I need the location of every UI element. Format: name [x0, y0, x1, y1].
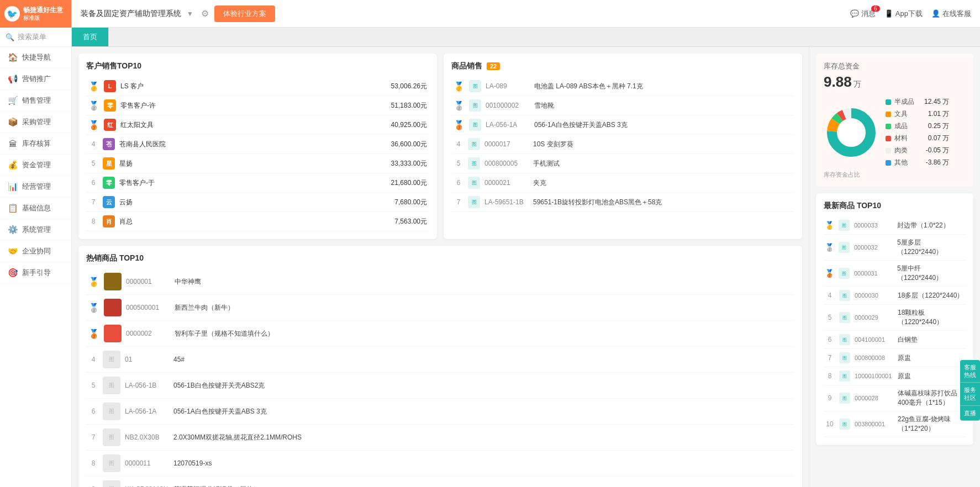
latest-product-item: 5 图 0000029 18颗粒板（1220*2440） — [824, 305, 966, 331]
hot-product-item: 4 图 01 45# — [86, 347, 794, 373]
latest-product-item: 10 图 003800001 22g鱼豆腐-烧烤味（1*12*20） — [824, 411, 966, 437]
latest-products-card: 最新商品 TOP10 🥇 图 0000033 封边带（1.0*22） 🥈 图 0… — [816, 193, 973, 445]
sidebar-item-inventory[interactable]: 🏛 库存核算 — [0, 133, 71, 155]
message-icon: 💬 — [850, 9, 859, 18]
app-logo: 🐦 畅捷通好生意 标准版 — [0, 0, 71, 28]
latest-product-item: 🥇 图 0000033 封边带（1.0*22） — [824, 216, 966, 235]
hot-product-item: 6 图 LA-056-1A 056-1A白色按键开关盖ABS 3克 — [86, 399, 794, 425]
client-top10-title: 客户销售TOP10 — [86, 61, 429, 71]
main-content: 客户销售TOP10 🥇 L LS 客户 53,006.26元 🥈 零 零售客户-… — [72, 47, 809, 487]
operations-icon: 📊 — [8, 182, 18, 192]
latest-product-item: 8 图 10000100001 原盅 — [824, 367, 966, 385]
service-icon: 👤 — [931, 9, 940, 18]
app-download-btn[interactable]: 📱 App下载 — [884, 9, 923, 19]
legend-item: 肉类 -0.05 万 — [886, 146, 949, 155]
sidebar-item-sales[interactable]: 🛒 销售管理 — [0, 90, 71, 112]
latest-product-item: 6 图 004100001 白钢垫 — [824, 331, 966, 349]
messages-btn[interactable]: 💬 消息 6 — [850, 9, 876, 19]
svg-point-5 — [839, 120, 863, 145]
client-list-item: 6 零 零售客户-于 21,680.00元 — [86, 173, 429, 193]
basics-icon: 📋 — [8, 203, 18, 213]
sidebar-item-finance[interactable]: 💰 资金管理 — [0, 155, 71, 176]
legend-item: 文具 1.01 万 — [886, 109, 949, 119]
legend-item: 成品 0.25 万 — [886, 121, 949, 131]
sidebar: 🐦 畅捷通好生意 标准版 🔍 搜索菜单 🏠 快捷导航 📢 营销推广 🛒 销售管理… — [0, 0, 72, 487]
topbar: 装备及固定资产辅助管理系统 ▼ ⚙ 体验行业方案 💬 消息 6 📱 App下载 … — [72, 0, 980, 28]
inventory-icon: 🏛 — [8, 139, 18, 149]
online-service-btn[interactable]: 👤 在线客服 — [931, 9, 971, 19]
client-list-item: 7 云 云扬 7,680.00元 — [86, 193, 429, 212]
client-top10-card: 客户销售TOP10 🥇 L LS 客户 53,006.26元 🥈 零 零售客户-… — [78, 54, 437, 239]
product-right-item: 4 图 0000017 10S 变刻罗葵 — [451, 135, 794, 154]
hot-product-item: 🥇 0000001 中华神鹰 — [86, 269, 794, 295]
hot-products-list: 🥇 0000001 中华神鹰 🥈 000500001 新西兰牛肉（新牛） 🥉 0… — [86, 269, 794, 487]
topbar-right: 💬 消息 6 📱 App下载 👤 在线客服 — [850, 9, 971, 19]
main-area: 装备及固定资产辅助管理系统 ▼ ⚙ 体验行业方案 💬 消息 6 📱 App下载 … — [72, 0, 980, 487]
client-list-item: 8 肖 肖总 7,563.00元 — [86, 212, 429, 231]
hot-product-item: 🥈 000500001 新西兰牛肉（新牛） — [86, 295, 794, 321]
inventory-legend: 半成品 12.45 万 文具 1.01 万 成品 0.25 万 材料 0.07 … — [886, 97, 949, 167]
product-right-list: 🥇 图 LA-089 电池盖 LA-089 ABS本色＋黑种 7.1克 🥈 图 … — [451, 77, 794, 212]
latest-product-item: 7 图 000800008 原盅 — [824, 349, 966, 367]
marketing-icon: 📢 — [8, 74, 18, 84]
system-icon: ⚙️ — [8, 225, 18, 235]
logo-icon: 🐦 — [4, 6, 20, 22]
client-list: 🥇 L LS 客户 53,006.26元 🥈 零 零售客户-许 51,183.0… — [86, 77, 429, 231]
latest-product-item: 4 图 0000030 18多层（1220*2440） — [824, 287, 966, 305]
guide-icon: 🎯 — [8, 268, 18, 278]
hot-products-card: 热销商品 TOP10 🥇 0000001 中华神鹰 🥈 000500001 新西… — [78, 246, 802, 487]
client-list-item: 5 星 星扬 33,333.00元 — [86, 154, 429, 173]
hot-product-item: 🥉 0000002 智利车子里（规格不知道填什么） — [86, 321, 794, 347]
sidebar-item-quick[interactable]: 🏠 快捷导航 — [0, 47, 71, 68]
legend-item: 其他 -3.86 万 — [886, 158, 949, 167]
product-right-item: 🥈 图 001000002 雪地靴 — [451, 96, 794, 115]
finance-icon: 💰 — [8, 160, 18, 170]
purchase-icon: 📦 — [8, 117, 18, 127]
float-service: 客服热线 服务社区 直播 — [960, 360, 980, 421]
sidebar-item-enterprise[interactable]: 🤝 企业协同 — [0, 241, 71, 262]
product-right-item: 🥉 图 LA-056-1A 056-1A白色按键开关盖ABS 3克 — [451, 115, 794, 135]
product-right-item: 7 图 LA-59651-1B 59651-1B旋转投影灯电池盒ABS黑色＋58… — [451, 193, 794, 212]
sidebar-item-marketing[interactable]: 📢 营销推广 — [0, 68, 71, 90]
sidebar-item-operations[interactable]: 📊 经营管理 — [0, 176, 71, 198]
client-list-item: 🥉 红 红太阳文具 40,925.00元 — [86, 115, 429, 135]
donut-chart — [824, 105, 879, 160]
inventory-subtitle: 库存资金占比 — [824, 171, 966, 179]
live-btn[interactable]: 直播 — [960, 406, 980, 421]
inventory-amount: 9.88 万 — [824, 73, 966, 91]
system-title-dropdown[interactable]: ▼ — [187, 10, 193, 18]
sidebar-item-guide[interactable]: 🎯 新手引导 — [0, 262, 71, 284]
product-sales-card: 商品销售 22 🥇 图 LA-089 电池盖 LA-089 ABS本色＋黑种 7… — [444, 54, 802, 239]
latest-products-list: 🥇 图 0000033 封边带（1.0*22） 🥈 图 0000032 5厘多层… — [824, 216, 966, 437]
settings-icon[interactable]: ⚙ — [201, 8, 209, 19]
latest-product-item: 🥉 图 0000031 5厘中纤（1220*2440） — [824, 261, 966, 287]
search-menu[interactable]: 🔍 搜索菜单 — [0, 28, 71, 47]
hot-product-item: 8 图 0000011 12070519-xs — [86, 451, 794, 477]
hot-product-item: 9 图 KK-SD22110H 花语萌恒温分罐罐袋（厚款） — [86, 477, 794, 487]
tab-home[interactable]: 首页 — [72, 28, 109, 46]
product-right-item: 6 图 0000021 夹克 — [451, 173, 794, 193]
top-row: 客户销售TOP10 🥇 L LS 客户 53,006.26元 🥈 零 零售客户-… — [78, 54, 802, 239]
client-list-item: 🥇 L LS 客户 53,006.26元 — [86, 77, 429, 96]
sidebar-item-basics[interactable]: 📋 基础信息 — [0, 198, 71, 219]
product-right-item: 🥇 图 LA-089 电池盖 LA-089 ABS本色＋黑种 7.1克 — [451, 77, 794, 96]
product-sales-title: 商品销售 22 — [451, 61, 794, 71]
experience-btn[interactable]: 体验行业方案 — [214, 6, 275, 22]
latest-product-item: 9 图 0000028 体碱嘉枝味苏打饮品400毫升（1*15） — [824, 385, 966, 411]
latest-product-item: 🥈 图 0000032 5厘多层（1220*2440） — [824, 235, 966, 261]
sidebar-nav: 🏠 快捷导航 📢 营销推广 🛒 销售管理 📦 采购管理 🏛 库存核算 💰 资金管… — [0, 47, 71, 487]
system-title: 装备及固定资产辅助管理系统 — [81, 9, 181, 19]
latest-products-title: 最新商品 TOP10 — [824, 201, 966, 211]
donut-chart-container: 半成品 12.45 万 文具 1.01 万 成品 0.25 万 材料 0.07 … — [824, 97, 966, 167]
hot-products-title: 热销商品 TOP10 — [86, 253, 794, 263]
sidebar-item-system[interactable]: ⚙️ 系统管理 — [0, 219, 71, 241]
inventory-card: 库存总资金 9.88 万 — [816, 54, 973, 187]
service-hotline-btn[interactable]: 客服热线 — [960, 360, 980, 383]
service-community-btn[interactable]: 服务社区 — [960, 383, 980, 406]
content-area: 客户销售TOP10 🥇 L LS 客户 53,006.26元 🥈 零 零售客户-… — [72, 47, 980, 487]
client-list-item: 4 苍 苍南县人民医院 36,600.00元 — [86, 135, 429, 154]
product-count-badge: 22 — [487, 62, 500, 70]
sidebar-item-purchase[interactable]: 📦 采购管理 — [0, 112, 71, 133]
hot-product-item: 7 图 NB2.0X30B 2.0X30MM双搓花轴,搓花直径2.1MM/ROH… — [86, 425, 794, 451]
legend-item: 材料 0.07 万 — [886, 134, 949, 143]
